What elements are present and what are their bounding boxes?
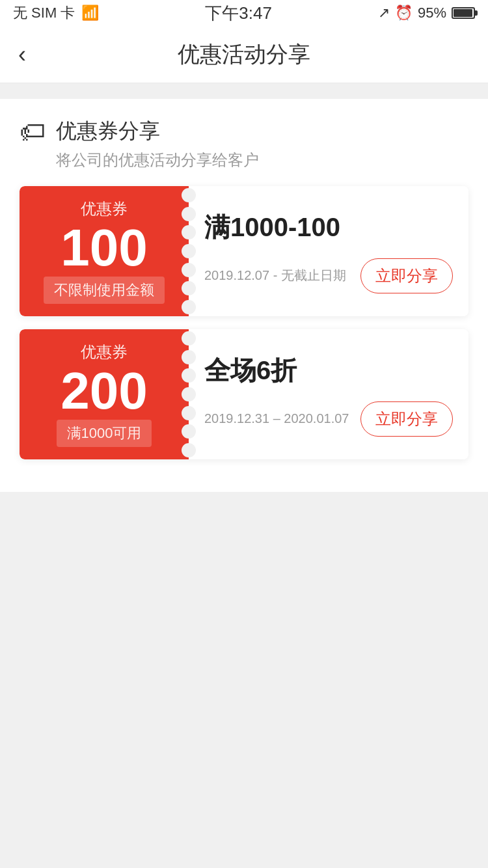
wifi-icon: 📶 [81,5,99,21]
share-button-1[interactable]: 立即分享 [360,258,453,293]
empty-area [0,492,488,868]
coupon-right-2: 全场6折 2019.12.31 – 2020.01.07 立即分享 [189,329,468,459]
battery-percent: 95% [418,5,446,21]
coupon-label-1: 优惠券 [81,198,128,219]
coupon-condition-2: 满1000可用 [57,420,152,447]
section-header: 🏷 优惠券分享 将公司的优惠活动分享给客户 [0,99,488,186]
status-bar: 无 SIM 卡 📶 下午3:47 ↗ ⏰ 95% [0,0,488,26]
coupon-name-1: 满1000-100 [204,210,453,245]
coupon-label-2: 优惠券 [81,342,128,362]
coupon-meta-2: 2019.12.31 – 2020.01.07 立即分享 [204,401,453,437]
coupon-amount-2: 200 [61,365,147,417]
coupon-meta-1: 2019.12.07 - 无截止日期 立即分享 [204,258,453,293]
coupon-left-1: 优惠券 100 不限制使用金额 [20,186,189,316]
nav-bar: ‹ 优惠活动分享 [0,26,488,83]
section-text: 优惠券分享 将公司的优惠活动分享给客户 [56,117,259,170]
section-subtitle: 将公司的优惠活动分享给客户 [56,150,259,170]
coupon-date-1: 2019.12.07 - 无截止日期 [204,267,354,284]
section-icon: 🏷 [20,118,46,144]
coupon-condition-1: 不限制使用金额 [44,277,165,304]
page-title: 优惠活动分享 [178,40,310,70]
coupon-card-1: 优惠券 100 不限制使用金额 满1000-100 2019.12.07 - 无… [20,186,468,316]
battery-icon [452,7,475,19]
coupon-left-2: 优惠券 200 满1000可用 [20,329,189,459]
status-battery-area: ↗ ⏰ 95% [378,5,475,21]
coupon-card-2: 优惠券 200 满1000可用 全场6折 2019.12.31 – 2020.0… [20,329,468,459]
coupon-list: 优惠券 100 不限制使用金额 满1000-100 2019.12.07 - 无… [0,186,488,492]
coupon-date-2: 2019.12.31 – 2020.01.07 [204,411,354,426]
location-icon: ↗ [378,5,390,21]
section-title: 优惠券分享 [56,117,259,146]
back-button[interactable]: ‹ [18,41,26,68]
alarm-icon: ⏰ [395,5,413,21]
share-button-2[interactable]: 立即分享 [360,401,453,437]
coupon-right-1: 满1000-100 2019.12.07 - 无截止日期 立即分享 [189,186,468,316]
carrier-text: 无 SIM 卡 [13,3,75,23]
coupon-amount-1: 100 [61,222,147,274]
status-time: 下午3:47 [205,2,272,25]
status-carrier: 无 SIM 卡 📶 [13,3,99,23]
section-divider [0,83,488,99]
coupon-name-2: 全场6折 [204,353,453,388]
